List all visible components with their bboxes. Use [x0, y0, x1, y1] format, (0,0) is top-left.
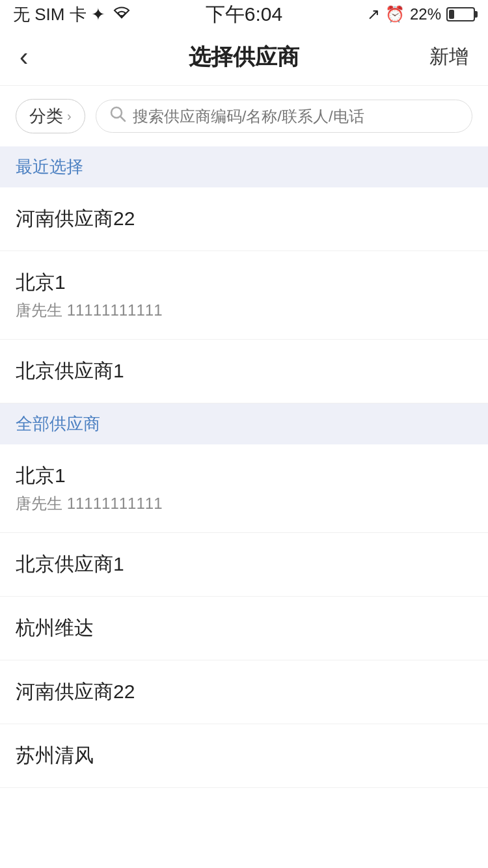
- item-sub: 唐先生 11111111111: [16, 493, 472, 514]
- list-item[interactable]: 北京供应商1: [0, 340, 488, 403]
- item-name: 河南供应商22: [16, 206, 472, 232]
- list-item[interactable]: 北京1唐先生 11111111111: [0, 251, 488, 340]
- list-item[interactable]: 河南供应商22: [0, 187, 488, 251]
- page-title: 选择供应商: [189, 42, 299, 72]
- search-input[interactable]: [133, 107, 459, 126]
- item-name: 河南供应商22: [16, 679, 472, 705]
- search-box[interactable]: [96, 100, 472, 133]
- back-button[interactable]: ‹: [20, 42, 59, 72]
- svg-line-1: [120, 116, 125, 121]
- list-item[interactable]: 河南供应商22: [0, 660, 488, 724]
- list-item[interactable]: 杭州维达: [0, 597, 488, 660]
- all-items-list: 北京1唐先生 11111111111北京供应商1杭州维达河南供应商22苏州清风: [0, 444, 488, 788]
- item-name: 北京供应商1: [16, 551, 472, 578]
- list-item[interactable]: 北京1唐先生 11111111111: [0, 444, 488, 533]
- item-sub: 唐先生 11111111111: [16, 300, 472, 321]
- item-name: 杭州维达: [16, 615, 472, 642]
- battery-percent: 22%: [410, 5, 441, 23]
- recent-section-header: 最近选择: [0, 146, 488, 187]
- status-right: ↗ ⏰ 22%: [367, 5, 475, 23]
- list-item[interactable]: 苏州清风: [0, 724, 488, 788]
- search-icon: [109, 105, 126, 127]
- wifi-icon: [112, 5, 131, 25]
- chevron-right-icon: ›: [67, 109, 72, 124]
- status-left: 无 SIM 卡 ✦: [13, 3, 131, 26]
- battery-icon: [446, 7, 475, 21]
- item-name: 苏州清风: [16, 742, 472, 769]
- recent-items-list: 河南供应商22北京1唐先生 11111111111北京供应商1: [0, 187, 488, 403]
- category-filter-button[interactable]: 分类 ›: [16, 99, 85, 133]
- location-icon: ↗: [367, 5, 380, 23]
- category-label: 分类: [29, 105, 63, 128]
- new-add-button[interactable]: 新增: [429, 44, 468, 70]
- filter-bar: 分类 ›: [0, 86, 488, 146]
- nav-bar: ‹ 选择供应商 新增: [0, 29, 488, 86]
- alarm-icon: ⏰: [385, 5, 405, 23]
- status-bar: 无 SIM 卡 ✦ 下午6:04 ↗ ⏰ 22%: [0, 0, 488, 29]
- no-sim-label: 无 SIM 卡 ✦: [13, 3, 105, 26]
- all-section-header: 全部供应商: [0, 403, 488, 444]
- item-name: 北京1: [16, 269, 472, 296]
- list-item[interactable]: 北京供应商1: [0, 533, 488, 597]
- status-time: 下午6:04: [206, 1, 282, 28]
- item-name: 北京供应商1: [16, 358, 472, 385]
- item-name: 北京1: [16, 463, 472, 489]
